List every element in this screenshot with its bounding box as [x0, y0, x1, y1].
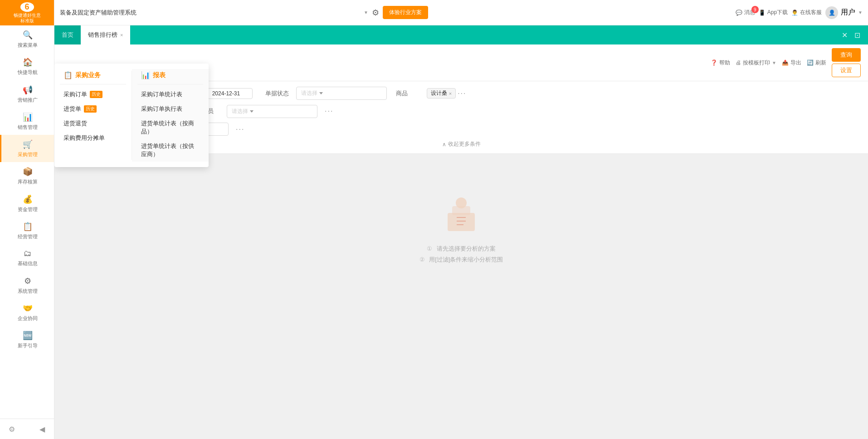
tab-close-icon[interactable]: ×	[120, 32, 123, 38]
industry-btn[interactable]: 体验行业方案	[383, 6, 428, 19]
help-btn[interactable]: ❓ 帮助	[711, 59, 730, 67]
user-menu-arrow: ▼	[858, 10, 863, 15]
top-bar: 装备及固定资产辅助管理系统 ▼ ⚙ 体验行业方案 💬 消息 9 📱 App下载 …	[54, 0, 868, 25]
sidebar-item-sales[interactable]: 📊 销售管理	[0, 108, 54, 135]
collapse-sidebar-btn[interactable]: ◀	[36, 423, 49, 435]
system-title-arrow[interactable]: ▼	[364, 10, 368, 15]
purchase-section-icon: 📋	[63, 71, 73, 79]
goods-filter: 设计桑 × ···	[427, 88, 467, 99]
sidebar-item-label: 基础信息	[18, 260, 38, 266]
msg-btn[interactable]: 💬 消息 9	[736, 9, 755, 16]
guide-icon: 🆕	[23, 330, 33, 340]
sidebar-item-label: 系统管理	[18, 288, 38, 294]
tab-bar: 首页 销售排行榜 × ✕ ⊡	[54, 25, 868, 44]
sidebar-item-label: 营销推广	[18, 97, 38, 103]
help-icon: ❓	[711, 59, 717, 66]
goods-label: 商品	[396, 89, 421, 98]
sidebar-item-basic-info[interactable]: 🗂 基础信息	[0, 244, 54, 271]
help-label: 帮助	[719, 59, 730, 67]
order-status-placeholder: 请选择	[301, 89, 317, 97]
menu-item-inbound[interactable]: 进货单 历史	[60, 102, 126, 116]
online-service-btn[interactable]: 👨‍💼 在线客服	[791, 9, 822, 16]
user-avatar: 👤	[825, 6, 838, 19]
sidebar-item-inventory[interactable]: 📦 库存核算	[0, 162, 54, 189]
sidebar-item-marketing[interactable]: 📢 营销推广	[0, 80, 54, 108]
order-status-select[interactable]: 请选择	[296, 87, 387, 100]
inbound-by-goods-label: 进货单统计表（按商品）	[141, 119, 200, 136]
inventory-icon: 📦	[23, 167, 33, 177]
sidebar-item-label: 搜索菜单	[18, 42, 38, 48]
sidebar-item-guide[interactable]: 🆕 新手引导	[0, 326, 54, 353]
content-area: ❓ 帮助 🖨 按模板打印 ▼ 📤 导出 🔄 刷新 查询 设置	[54, 44, 868, 439]
sidebar-item-funds[interactable]: 💰 资金管理	[0, 190, 54, 217]
svg-point-2	[456, 197, 467, 208]
salesman-select[interactable]: 请选择	[227, 105, 317, 118]
tab-bar-actions: ✕ ⊡	[834, 25, 868, 44]
purchase-expense-label: 采购费用分摊单	[63, 134, 105, 142]
goods-tag[interactable]: 设计桑 ×	[427, 88, 456, 99]
sidebar-item-quick-nav[interactable]: 🏠 快捷导航	[0, 53, 54, 80]
query-btn[interactable]: 查询	[832, 48, 861, 62]
menu-item-inbound-by-supplier[interactable]: 进货单统计表（按供应商）	[137, 139, 204, 162]
print-label: 按模板打印	[743, 59, 770, 67]
sidebar-nav: 🔍 搜索菜单 🏠 快捷导航 📢 营销推广 📊 销售管理 🛒 采购管理 📦 库存核…	[0, 25, 54, 419]
sidebar-item-purchase[interactable]: 🛒 采购管理	[0, 135, 54, 162]
purchase-dropdown-menu: 📋 采购业务 采购订单 历史 进货单 历史 进货退货 采购费用分摊单	[54, 64, 209, 167]
sidebar-item-label: 新手引导	[18, 342, 38, 349]
empty-illustration	[439, 190, 484, 236]
user-menu[interactable]: 👤 用户 ▼	[825, 6, 863, 19]
operations-icon: 📋	[23, 222, 33, 232]
settings-footer-btn[interactable]: ⚙	[5, 423, 18, 435]
msg-badge-count: 9	[751, 6, 759, 13]
sidebar-item-label: 销售管理	[18, 124, 38, 130]
msg-icon: 💬	[736, 10, 742, 16]
tab-home-label: 首页	[62, 31, 73, 39]
salesman-more-dots[interactable]: ···	[325, 107, 333, 115]
app-label: App下载	[767, 9, 788, 16]
order-status-label: 单据状态	[265, 89, 291, 98]
tab-sales-rank-label: 销售排行榜	[88, 31, 117, 39]
export-label: 导出	[790, 59, 801, 67]
salesman-placeholder: 请选择	[232, 108, 248, 115]
tab-home[interactable]: 首页	[54, 25, 81, 44]
sidebar-item-operations[interactable]: 📋 经营管理	[0, 217, 54, 244]
restore-tab-btn[interactable]: ⊡	[852, 30, 863, 40]
close-tab-btn[interactable]: ✕	[839, 30, 850, 40]
menu-item-purchase-expense[interactable]: 采购费用分摊单	[60, 131, 126, 145]
marketing-icon: 📢	[23, 85, 33, 95]
app-download-btn[interactable]: 📱 App下载	[759, 9, 788, 16]
home-icon: 🏠	[23, 57, 33, 67]
menu-item-purchase-stat[interactable]: 采购订单统计表	[137, 87, 204, 102]
sidebar-logo: 6 畅捷通好生意 标准版	[0, 0, 54, 25]
set-btn[interactable]: 设置	[832, 64, 861, 77]
menu-item-inbound-by-goods[interactable]: 进货单统计表（按商品）	[137, 116, 204, 139]
sidebar-item-system[interactable]: ⚙ 系统管理	[0, 271, 54, 299]
report-section-title: 📊 报表	[137, 69, 204, 84]
purchase-section-title: 📋 采购业务	[60, 69, 126, 84]
date-to-input[interactable]	[207, 88, 253, 99]
logo-name: 畅捷通好生意 标准版	[14, 13, 41, 24]
purchase-section-label: 采购业务	[75, 71, 101, 79]
tab-sales-rank[interactable]: 销售排行榜 ×	[81, 25, 130, 44]
purchase-section: 📋 采购业务 采购订单 历史 进货单 历史 进货退货 采购费用分摊单	[54, 69, 132, 162]
salesman-select-arrow	[250, 110, 254, 113]
refresh-btn[interactable]: 🔄 刷新	[807, 59, 826, 67]
sidebar-item-enterprise[interactable]: 🤝 企业协同	[0, 299, 54, 326]
menu-item-inbound-return[interactable]: 进货退货	[60, 116, 126, 131]
purchase-order-label: 采购订单	[63, 90, 87, 99]
inbound-label: 进货单	[63, 105, 81, 113]
menu-item-purchase-order[interactable]: 采购订单 历史	[60, 87, 126, 102]
export-btn[interactable]: 📤 导出	[782, 59, 801, 67]
sidebar: 6 畅捷通好生意 标准版 🔍 搜索菜单 🏠 快捷导航 📢 营销推广 📊 销售管理…	[0, 0, 54, 439]
print-btn[interactable]: 🖨 按模板打印 ▼	[736, 59, 776, 67]
service-label: 在线客服	[800, 9, 822, 16]
config-icon[interactable]: ⚙	[372, 8, 379, 18]
menu-item-purchase-exec[interactable]: 采购订单执行表	[137, 102, 204, 116]
sidebar-item-search[interactable]: 🔍 搜索菜单	[0, 25, 54, 53]
goods-more-dots[interactable]: ···	[458, 89, 466, 98]
logo-icon: 6	[20, 2, 34, 12]
user-label: 用户	[841, 8, 855, 17]
funds-icon: 💰	[23, 194, 33, 204]
customer-more-dots[interactable]: ···	[236, 125, 244, 133]
goods-tag-close[interactable]: ×	[449, 91, 452, 96]
